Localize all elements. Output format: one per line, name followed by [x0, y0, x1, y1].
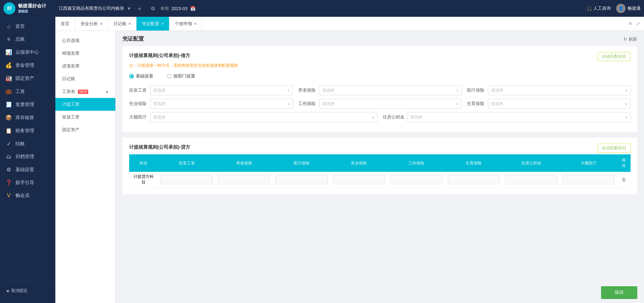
tab-funds[interactable]: 资金分析 × [75, 17, 108, 31]
maternity-select[interactable]: 请选择 ∨ [488, 99, 631, 109]
delete-row-icon[interactable]: 🗑 [622, 177, 626, 182]
unemployment-select[interactable]: 请选择 ∨ [150, 99, 293, 109]
medical-select[interactable]: 请选择 ∨ [488, 85, 631, 95]
major-medical-label: 大额医疗 [129, 114, 148, 120]
pension-select[interactable]: 请选择 ∨ [319, 85, 462, 95]
reports-icon: 📊 [5, 49, 12, 55]
add-icon[interactable]: ＋ [137, 4, 143, 12]
pension-arrow-icon: ∨ [456, 89, 459, 92]
refresh-button[interactable]: ↻ 刷新 [624, 36, 637, 42]
salary-select[interactable]: 请选择 ∨ [150, 85, 293, 95]
injury-select[interactable]: 请选择 ∨ [319, 99, 462, 109]
sidebar-label-reports: 云报表中心 [15, 49, 39, 55]
sidebar-item-guide[interactable]: ❓ 新手引导 [0, 176, 55, 189]
user-info[interactable]: 👤 畅捷通 [616, 4, 641, 13]
left-nav-fixed-assets[interactable]: 固定资产 [55, 123, 115, 136]
col-maternity: 生育保险 [445, 154, 502, 172]
col-medical: 医疗保险 [273, 154, 330, 172]
service-button[interactable]: 🎧 人工咨询 [587, 5, 611, 11]
left-nav-payroll-table[interactable]: 工资表 NEW ∨ [55, 85, 115, 98]
debit-form-row2: 失业保险 请选择 ∨ 工伤保险 请选择 ∨ [129, 99, 631, 109]
sidebar-item-vip[interactable]: V 畅会员 [0, 189, 55, 202]
row-unemployment-input[interactable] [333, 175, 385, 184]
row-pension-input[interactable] [218, 175, 270, 184]
sidebar-label-guide: 新手引导 [15, 180, 34, 186]
col-subject: 科目 [129, 154, 158, 172]
row-maternity-input[interactable] [448, 175, 500, 184]
left-nav-journal[interactable]: 日记账 [55, 72, 115, 85]
sidebar-label-home: 首页 [15, 23, 25, 30]
left-nav-sales[interactable]: 销项发票 [55, 47, 115, 60]
page-header: 凭证配置 ↻ 刷新 [116, 31, 644, 46]
settings-icon[interactable]: ⚙ [151, 5, 155, 12]
tab-journal[interactable]: 日记账 × [108, 17, 137, 31]
credit-auto-match-button[interactable]: 自动匹配科目 [598, 144, 631, 153]
close-window-icon[interactable]: ✕ [629, 21, 632, 26]
tab-voucher-close[interactable]: × [161, 21, 164, 26]
left-nav-public[interactable]: 公共选项 [55, 34, 115, 47]
debit-auto-match-button[interactable]: 自动匹配科目 [598, 52, 631, 61]
company-info: 江西服宝精品有限责任公司内账张 ▼ ＋ ⚙ 账期 2023-03 📅 [59, 4, 587, 12]
injury-label: 工伤保险 [298, 101, 317, 107]
radio-dept[interactable]: 按部门设置 [167, 73, 195, 79]
sidebar-item-payroll[interactable]: 💼 工资 [0, 85, 55, 98]
sidebar-item-assets[interactable]: 🏭 固定资产 [0, 72, 55, 85]
sidebar-item-inventory[interactable]: 📦 库存核算 [0, 111, 55, 124]
top-bar-right: 🎧 人工咨询 👤 畅捷通 [587, 4, 641, 13]
sidebar-item-settings[interactable]: ⚙ 基础设置 [0, 163, 55, 176]
radio-basic[interactable]: 基础设置 [129, 73, 153, 79]
radio-dept-label: 按部门设置 [173, 73, 195, 79]
row-injury-input[interactable] [390, 175, 442, 184]
major-medical-select[interactable]: 请选择 ∨ [150, 112, 377, 122]
sidebar-item-ledger[interactable]: ≡ 总账 [0, 33, 55, 46]
main-layout: ⌂ 首页 ≡ 总账 📊 云报表中心 💰 资金管理 🏭 固定资产 💼 工资 🧾 发… [0, 17, 644, 303]
cancel-fixed-button[interactable]: ◄ 取消固定 [0, 285, 55, 296]
save-button[interactable]: 保存 [601, 286, 637, 299]
sidebar-item-invoice[interactable]: 🧾 发票管理 [0, 98, 55, 111]
calendar-icon[interactable]: 📅 [190, 6, 196, 11]
left-nav-public-label: 公共选项 [62, 38, 79, 43]
home-icon: ⌂ [5, 23, 12, 30]
tab-home[interactable]: 首页 [55, 17, 75, 31]
sidebar-item-funds[interactable]: 💰 资金管理 [0, 59, 55, 72]
row-salary-input[interactable] [161, 175, 213, 184]
vip-icon: V [5, 193, 12, 199]
tab-journal-close[interactable]: × [128, 21, 131, 26]
row-salary-cell [158, 172, 215, 188]
tab-tax[interactable]: 个税申报 × [169, 17, 202, 31]
sidebar-item-tax[interactable]: 📋 税务管理 [0, 124, 55, 137]
tax-icon: 📋 [5, 128, 12, 134]
unemployment-arrow-icon: ∨ [287, 102, 290, 106]
tab-voucher[interactable]: 凭证配置 × [137, 17, 169, 31]
tab-funds-close[interactable]: × [100, 21, 102, 26]
top-bar: 好 畅捷通好会计 旗舰版 江西服宝精品有限责任公司内账张 ▼ ＋ ⚙ 账期 20… [0, 0, 644, 17]
left-nav-payroll-table-label: 工资表 [62, 89, 75, 95]
left-nav-purchase[interactable]: 进项发票 [55, 60, 115, 72]
row-housing-input[interactable] [505, 175, 557, 184]
logo-main: 畅捷通好会计 [18, 3, 46, 9]
company-dropdown-icon[interactable]: ▼ [127, 6, 131, 11]
row-action-cell: 🗑 [617, 172, 631, 188]
left-nav-accrual[interactable]: 计提工资 [55, 98, 115, 111]
sidebar-item-closing[interactable]: ✓ 结账 [0, 137, 55, 150]
sidebar-item-home[interactable]: ⌂ 首页 [0, 20, 55, 33]
sidebar-item-reports[interactable]: 📊 云报表中心 [0, 46, 55, 59]
tab-tax-close[interactable]: × [194, 21, 197, 26]
username: 畅捷通 [628, 5, 641, 11]
closing-icon: ✓ [5, 141, 12, 147]
refresh-label: 刷新 [629, 36, 637, 42]
panel-body: 计提核算规则(公司承担)-借方 注：只能选择一种方式，系统将按照您当前的选择来配… [116, 46, 644, 282]
row-medical-input[interactable] [275, 175, 327, 184]
left-nav-dispatch[interactable]: 发放工资 [55, 111, 115, 123]
credit-section: 计提核算规则(公司承担)-贷方 自动匹配科目 科目 应发工资 养老保险 医疗保险… [122, 138, 637, 194]
sidebar-label-closing: 结账 [15, 141, 25, 147]
form-item-injury: 工伤保险 请选择 ∨ [298, 99, 462, 109]
maximize-icon[interactable]: ⤢ [636, 21, 640, 26]
left-nav-journal-label: 日记账 [62, 76, 75, 81]
form-item-major-medical: 大额医疗 请选择 ∨ [129, 112, 377, 122]
housing-select[interactable]: 请选择 ∨ [407, 112, 631, 122]
sidebar-item-archive[interactable]: 🗂 归档管理 [0, 150, 55, 163]
credit-table: 科目 应发工资 养老保险 医疗保险 失业保险 工伤保险 生育保险 住房公积金 大… [129, 154, 631, 188]
salary-placeholder: 请选择 [153, 88, 165, 93]
row-major-medical-input[interactable] [562, 175, 614, 184]
